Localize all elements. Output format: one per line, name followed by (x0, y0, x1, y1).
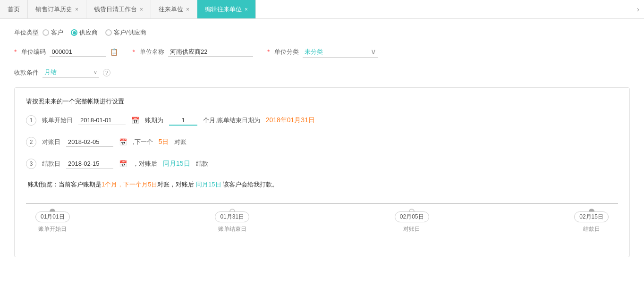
section-title: 请按照未来的一个完整帐期进行设置 (26, 97, 618, 106)
tab-home[interactable]: 首页 (0, 0, 28, 18)
preview-middle: 对账，对账后 (157, 181, 194, 188)
main-content: 单位类型 客户 供应商 客户/供应商 * 单位编码 (0, 19, 644, 287)
tab-cashflow-label: 钱货日清工作台 (94, 5, 137, 14)
settings-section: 请按照未来的一个完整帐期进行设置 1 账单开始日 📅 账期为 个月,账单结束日期… (14, 87, 630, 257)
name-label: 单位名称 (140, 48, 164, 56)
tab-edit-partner-close[interactable]: × (245, 6, 248, 13)
code-copy-icon[interactable]: 📋 (110, 48, 118, 56)
timeline-label-4: 结款日 (583, 225, 600, 233)
tab-cashflow[interactable]: 钱货日清工作台 × (86, 0, 151, 18)
radio-customer-circle (42, 29, 49, 36)
step-3-date-input[interactable] (66, 159, 113, 169)
step-1-period-prefix: 账期为 (145, 116, 163, 125)
category-group: * 单位分类 未分类 ∨ (267, 46, 378, 58)
step-1-period-suffix: 个月,账单结束日期为 (203, 116, 260, 125)
category-label: 单位分类 (274, 48, 299, 56)
radio-both-label: 客户/供应商 (114, 28, 146, 37)
preview-suffix: 该客户会给我打款。 (223, 181, 278, 188)
preview-p3: 同月15日 (196, 181, 221, 188)
payment-value: 月结 (44, 68, 92, 76)
category-select[interactable]: 未分类 ∨ (303, 46, 378, 58)
code-label: 单位编码 (21, 48, 46, 56)
tab-partners-close[interactable]: × (186, 6, 189, 13)
code-input[interactable] (50, 47, 106, 57)
name-input[interactable] (168, 47, 253, 57)
timeline-node-1: 01月01日 账单开始日 (35, 209, 70, 233)
payment-select[interactable]: 月结 ∨ (42, 67, 99, 78)
unit-type-group: 单位类型 客户 供应商 客户/供应商 (14, 28, 146, 37)
step-2-label: 对账日 (42, 138, 60, 146)
unit-info-row: * 单位编码 📋 * 单位名称 * 单位分类 未分类 ∨ (14, 46, 630, 58)
timeline-node-2: 01月31日 账单结束日 (215, 209, 249, 233)
step-1-label: 账单开始日 (42, 116, 73, 125)
category-value: 未分类 (305, 48, 369, 56)
step-1-end-date: 2018年01月31日 (266, 116, 315, 125)
step-2-note-highlight: 5日 (159, 138, 169, 146)
step-1-date-input[interactable] (78, 116, 126, 125)
tab-nav-arrow[interactable]: › (632, 0, 644, 18)
step-1-period-input[interactable] (169, 116, 197, 126)
preview-prefix: 账期预览：当前客户账期是 (28, 181, 102, 188)
tab-partners[interactable]: 往来单位 × (151, 0, 197, 18)
help-icon[interactable]: ? (103, 69, 110, 76)
timeline-date-4: 02月15日 (574, 211, 609, 222)
step-1-calendar-icon[interactable]: 📅 (131, 117, 139, 124)
step-1-num: 1 (26, 115, 36, 126)
radio-customer[interactable]: 客户 (42, 28, 63, 37)
step-3-num: 3 (26, 159, 36, 169)
tab-bar: 首页 销售订单历史 × 钱货日清工作台 × 往来单位 × 编辑往来单位 × › (0, 0, 644, 19)
timeline-label-2: 账单结束日 (218, 225, 246, 233)
tab-cashflow-close[interactable]: × (140, 6, 143, 13)
timeline-container: 01月01日 账单开始日 01月31日 账单结束日 02月05日 对账日 (26, 198, 618, 247)
unit-type-label: 单位类型 (14, 28, 39, 37)
tab-home-label: 首页 (8, 5, 20, 14)
timeline-label-1: 账单开始日 (38, 225, 67, 233)
tab-edit-partner-label: 编辑往来单位 (205, 5, 242, 14)
step-3-note-highlight: 同月15日 (163, 160, 190, 168)
step-2-note-suffix: 对账 (174, 138, 186, 146)
step-2-date-input[interactable] (66, 137, 113, 147)
timeline-date-3: 02月05日 (395, 211, 429, 222)
payment-label: 收款条件 (14, 68, 39, 77)
payment-row: 收款条件 月结 ∨ ? (14, 67, 630, 78)
chevron-down-icon: ∨ (371, 47, 376, 56)
tab-edit-partner[interactable]: 编辑往来单位 × (197, 0, 256, 18)
unit-type-row: 单位类型 客户 供应商 客户/供应商 (14, 28, 630, 37)
step-3-row: 3 结款日 📅 ，对账后同月15日结款 (26, 159, 618, 169)
payment-chevron-icon: ∨ (93, 69, 97, 76)
step-1-row: 1 账单开始日 📅 账期为 个月,账单结束日期为 2018年01月31日 (26, 115, 618, 126)
timeline-node-4: 02月15日 结款日 (574, 209, 609, 233)
payment-group: 收款条件 月结 ∨ ? (14, 67, 110, 78)
code-group: * 单位编码 📋 (14, 47, 118, 57)
radio-supplier-circle (71, 29, 77, 36)
timeline-date-1: 01月01日 (35, 211, 70, 222)
timeline-wrapper: 01月01日 账单开始日 01月31日 账单结束日 02月05日 对账日 (35, 201, 609, 233)
radio-both[interactable]: 客户/供应商 (105, 28, 146, 37)
timeline-node-3: 02月05日 对账日 (395, 209, 429, 233)
step-2-row: 2 对账日 📅 ,下一个5日对账 (26, 137, 618, 147)
step-2-calendar-icon[interactable]: 📅 (119, 138, 127, 146)
tab-partners-label: 往来单位 (159, 5, 183, 14)
radio-supplier-label: 供应商 (79, 28, 98, 37)
step-3-note-suffix: 结款 (196, 160, 208, 168)
step-2-num: 2 (26, 137, 36, 147)
step-3-label: 结款日 (42, 160, 60, 168)
tab-sales-history-label: 销售订单历史 (35, 5, 72, 14)
step-2-note-prefix: ,下一个 (133, 138, 153, 146)
step-3-calendar-icon[interactable]: 📅 (119, 160, 127, 168)
radio-customer-label: 客户 (51, 28, 63, 37)
preview-p2: 下一个月5日 (123, 181, 157, 188)
tab-sales-history[interactable]: 销售订单历史 × (28, 0, 86, 18)
step-3-note-prefix: ，对账后 (133, 160, 157, 168)
timeline-date-2: 01月31日 (215, 211, 249, 222)
tab-sales-history-close[interactable]: × (75, 6, 78, 13)
radio-supplier[interactable]: 供应商 (71, 28, 98, 37)
preview-text: 账期预览：当前客户账期是1个月，下一个月5日对账，对账后 同月15日 该客户会给… (26, 180, 618, 189)
radio-both-circle (105, 29, 112, 36)
timeline-label-3: 对账日 (403, 225, 420, 233)
radio-group: 客户 供应商 客户/供应商 (42, 28, 146, 37)
name-group: * 单位名称 (132, 47, 253, 57)
preview-p1: 1个月， (102, 181, 123, 188)
